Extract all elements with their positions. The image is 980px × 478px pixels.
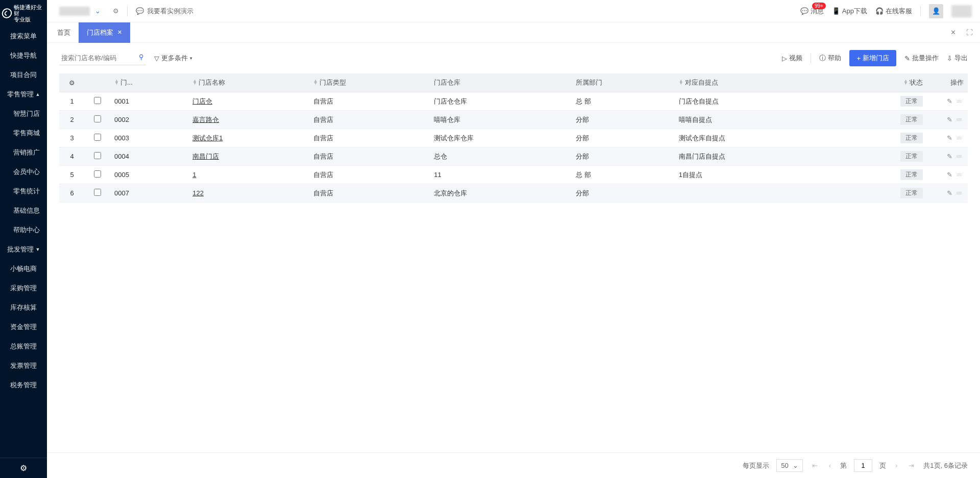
company-selector[interactable]: ⌄ [55, 5, 105, 18]
sidebar-item-16[interactable]: 总账管理 [0, 337, 47, 356]
more-icon[interactable]: 𝄘 [957, 116, 962, 123]
plus-icon: + [856, 55, 861, 62]
sidebar-item-13[interactable]: 采购管理 [0, 279, 47, 298]
search-input[interactable] [59, 51, 146, 65]
sidebar-item-15[interactable]: 资金管理 [0, 317, 47, 337]
row-checkbox[interactable] [94, 115, 101, 122]
app-download[interactable]: 📱 App下载 [832, 7, 867, 16]
per-page-select[interactable]: 50 ⌄ [776, 459, 802, 472]
sidebar-item-6[interactable]: 营销推广 [0, 143, 47, 162]
sidebar-item-4[interactable]: 智慧门店 [0, 104, 47, 123]
batch-label: 批量操作 [912, 54, 939, 63]
col-pickup[interactable]: ▲▼对应自提点 [675, 73, 837, 92]
messages-link[interactable]: 💬 消息 99+ [800, 7, 824, 16]
sidebar-item-14[interactable]: 库存核算 [0, 298, 47, 317]
chevron-down-icon: ▾ [190, 56, 192, 61]
sidebar-item-3[interactable]: 零售管理▲ [0, 85, 47, 104]
help-button[interactable]: ⓘ 帮助 [819, 54, 841, 63]
store-name-link[interactable]: 122 [192, 189, 204, 197]
search-box: ⚲ [59, 51, 146, 65]
tab-1[interactable]: 门店档案✕ [79, 22, 130, 43]
sidebar-item-label: 采购管理 [10, 284, 37, 293]
close-icon[interactable]: ✕ [117, 29, 122, 36]
sidebar-item-label: 营销推广 [13, 148, 40, 157]
row-checkbox[interactable] [94, 189, 101, 196]
sidebar-item-9[interactable]: 基础信息 [0, 201, 47, 220]
divider [127, 6, 128, 16]
cell-code: 0005 [110, 166, 188, 184]
store-name-link[interactable]: 1 [192, 171, 196, 179]
store-name-link[interactable]: 门店仓 [192, 97, 212, 105]
tabs-row: 首页门店档案✕ ✕ ⛶ [47, 22, 980, 43]
sidebar-item-8[interactable]: 零售统计 [0, 182, 47, 201]
more-icon[interactable]: 𝄘 [957, 171, 962, 179]
sidebar-item-18[interactable]: 税务管理 [0, 375, 47, 395]
row-checkbox[interactable] [94, 97, 101, 104]
prev-page-button[interactable]: ‹ [827, 462, 833, 469]
tab-close-all[interactable]: ✕ [945, 29, 961, 36]
edit-icon[interactable]: ✎ [947, 189, 952, 197]
sidebar-settings[interactable]: ⚙ [0, 458, 47, 478]
sidebar-item-11[interactable]: 批发管理▼ [0, 240, 47, 259]
status-badge: 正常 [900, 133, 923, 143]
edit-icon[interactable]: ✎ [947, 153, 952, 160]
row-checkbox[interactable] [94, 170, 101, 178]
brand-edition: 专业版 [14, 16, 45, 22]
cell-dept: 分部 [572, 111, 674, 129]
sidebar-item-10[interactable]: 帮助中心 [0, 220, 47, 240]
col-code[interactable]: ▲▼门... [110, 73, 188, 92]
page-input[interactable] [854, 459, 872, 472]
cell-pickup: 南昌门店自提点 [675, 147, 837, 166]
row-checkbox[interactable] [94, 134, 101, 141]
col-status[interactable]: ▲▼状态 [836, 73, 927, 92]
sidebar-item-label: 资金管理 [10, 322, 37, 332]
gear-icon[interactable]: ⚙ [113, 7, 119, 15]
cell-code: 0003 [110, 129, 188, 147]
edit-icon: ✎ [904, 55, 910, 62]
filter-icon: ▽ [154, 55, 159, 62]
tab-0[interactable]: 首页 [49, 22, 79, 43]
sidebar-item-label: 搜索菜单 [10, 32, 37, 41]
sidebar-item-7[interactable]: 会员中心 [0, 162, 47, 182]
online-service[interactable]: 🎧 在线客服 [875, 7, 912, 16]
edit-icon[interactable]: ✎ [947, 171, 952, 179]
batch-ops-button[interactable]: ✎ 批量操作 [904, 54, 939, 63]
search-icon[interactable]: ⚲ [139, 53, 144, 61]
sidebar-item-2[interactable]: 项目合同 [0, 65, 47, 85]
more-icon[interactable]: 𝄘 [957, 134, 962, 142]
sidebar-item-1[interactable]: 快捷导航 [0, 46, 47, 65]
add-store-button[interactable]: + 新增门店 [849, 50, 896, 66]
col-settings[interactable]: ⚙ [59, 73, 85, 92]
sidebar-item-5[interactable]: 零售商城 [0, 123, 47, 143]
more-filter[interactable]: ▽ 更多条件 ▾ [154, 54, 192, 63]
more-icon[interactable]: 𝄘 [957, 189, 962, 197]
store-name-link[interactable]: 南昌门店 [192, 153, 219, 160]
first-page-button[interactable]: ⇤ [810, 462, 820, 469]
edit-icon[interactable]: ✎ [947, 116, 952, 123]
export-button[interactable]: ⇩ 导出 [947, 54, 968, 63]
row-index: 1 [59, 92, 85, 111]
cell-warehouse: 测试仓库仓库 [430, 129, 572, 147]
edit-icon[interactable]: ✎ [947, 134, 952, 142]
sidebar-item-12[interactable]: 小畅电商 [0, 259, 47, 279]
store-name-link[interactable]: 嘉言路仓 [192, 116, 219, 123]
sidebar-item-0[interactable]: 搜索菜单 [0, 27, 47, 46]
last-page-button[interactable]: ⇥ [906, 462, 916, 469]
edit-icon[interactable]: ✎ [947, 97, 952, 105]
next-page-button[interactable]: › [893, 462, 899, 469]
avatar[interactable]: 👤 [929, 4, 943, 18]
sidebar-item-label: 批发管理 [7, 245, 34, 254]
col-name[interactable]: ▲▼门店名称 [188, 73, 309, 92]
col-type[interactable]: ▲▼门店类型 [309, 73, 430, 92]
store-name-link[interactable]: 测试仓库1 [192, 134, 223, 142]
demo-link[interactable]: 💬 我要看实例演示 [136, 7, 193, 16]
sidebar-item-17[interactable]: 发票管理 [0, 356, 47, 375]
page-summary: 共1页, 6条记录 [923, 461, 968, 470]
more-icon[interactable]: 𝄘 [957, 97, 962, 105]
video-button[interactable]: ▷ 视频 [782, 54, 802, 63]
more-icon[interactable]: 𝄘 [957, 153, 962, 160]
store-table: ⚙ ▲▼门... ▲▼门店名称 ▲▼门店类型 门店仓库 所属部门 ▲▼对应自提点… [59, 73, 968, 203]
sidebar-item-label: 发票管理 [10, 361, 37, 370]
fullscreen-toggle[interactable]: ⛶ [961, 29, 978, 36]
row-checkbox[interactable] [94, 152, 101, 159]
